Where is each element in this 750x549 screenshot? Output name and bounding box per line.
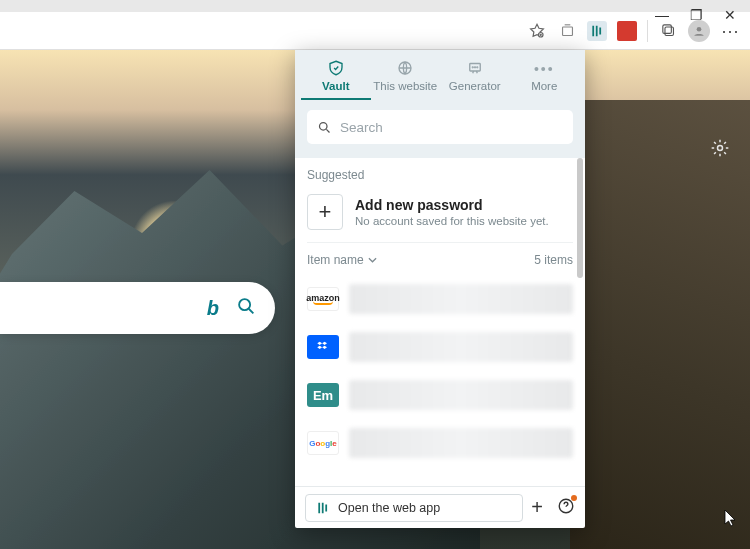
- collections-icon[interactable]: [557, 21, 577, 41]
- svg-point-15: [320, 122, 328, 130]
- rock-texture: [570, 100, 750, 549]
- window-titlebar: — ❐ ✕: [0, 0, 750, 12]
- dashlane-extension-icon[interactable]: [587, 21, 607, 41]
- password-manager-popup: Vault This website Generator ••• More Su…: [295, 50, 585, 528]
- tab-vault-label: Vault: [322, 80, 349, 92]
- window-close[interactable]: ✕: [724, 9, 736, 21]
- page-settings-gear-icon[interactable]: [710, 138, 730, 162]
- svg-point-8: [239, 299, 250, 310]
- footer-add-button[interactable]: +: [531, 496, 543, 519]
- svg-rect-1: [562, 27, 572, 35]
- search-icon[interactable]: [235, 295, 257, 321]
- mouse-cursor: [724, 509, 738, 531]
- search-icon: [317, 120, 332, 135]
- redacted-credential: [349, 380, 573, 410]
- browser-toolbar: ⋯: [0, 12, 750, 50]
- svg-rect-4: [599, 27, 601, 34]
- scrollbar[interactable]: [577, 158, 583, 278]
- list-item[interactable]: Google: [307, 419, 573, 467]
- notification-dot-icon: [571, 495, 577, 501]
- popup-search-box[interactable]: [307, 110, 573, 144]
- em-icon: Em: [307, 383, 339, 407]
- plus-icon: +: [307, 194, 343, 230]
- svg-point-13: [474, 67, 475, 68]
- open-web-app-label: Open the web app: [338, 501, 440, 515]
- redacted-credential: [349, 428, 573, 458]
- tab-more-label: More: [531, 80, 557, 92]
- add-new-password-row[interactable]: + Add new password No account saved for …: [307, 190, 573, 243]
- svg-point-14: [477, 67, 478, 68]
- list-item[interactable]: [307, 323, 573, 371]
- bing-logo-icon: b: [207, 297, 219, 320]
- add-new-title: Add new password: [355, 197, 549, 213]
- window-minimize[interactable]: —: [656, 9, 668, 21]
- search-input[interactable]: [340, 120, 563, 135]
- dashlane-small-icon: [316, 501, 330, 515]
- amazon-icon: amazon: [307, 287, 339, 311]
- open-web-app-button[interactable]: Open the web app: [305, 494, 523, 522]
- redacted-credential: [349, 332, 573, 362]
- tab-more[interactable]: ••• More: [510, 56, 580, 100]
- svg-point-12: [472, 67, 473, 68]
- popup-body: Suggested + Add new password No account …: [295, 158, 585, 486]
- google-icon: Google: [307, 431, 339, 455]
- svg-rect-17: [322, 502, 324, 513]
- svg-rect-18: [325, 504, 327, 511]
- svg-rect-2: [592, 25, 594, 36]
- window-maximize[interactable]: ❐: [690, 9, 702, 21]
- more-dots-icon: •••: [534, 61, 555, 77]
- dropbox-icon: [307, 335, 339, 359]
- list-item[interactable]: amazon: [307, 275, 573, 323]
- sort-label: Item name: [307, 253, 364, 267]
- red-extension-icon[interactable]: [617, 21, 637, 41]
- help-button[interactable]: [557, 497, 575, 519]
- chevron-down-icon: [368, 257, 377, 263]
- popup-tab-bar: Vault This website Generator ••• More: [295, 50, 585, 100]
- popup-footer: Open the web app +: [295, 486, 585, 528]
- svg-rect-16: [318, 502, 320, 513]
- redacted-credential: [349, 284, 573, 314]
- favorites-star-icon[interactable]: [527, 21, 547, 41]
- add-new-subtitle: No account saved for this website yet.: [355, 215, 549, 227]
- tab-this-website-label: This website: [373, 80, 437, 92]
- list-item[interactable]: Em: [307, 371, 573, 419]
- suggested-header: Suggested: [307, 158, 573, 190]
- tab-generator-label: Generator: [449, 80, 501, 92]
- toolbar-separator: [647, 20, 648, 42]
- item-count: 5 items: [534, 253, 573, 267]
- sort-dropdown[interactable]: Item name: [307, 253, 377, 267]
- items-list: amazon Em Google: [307, 275, 573, 467]
- svg-rect-3: [596, 25, 598, 36]
- tab-this-website[interactable]: This website: [371, 54, 441, 100]
- sort-row: Item name 5 items: [307, 243, 573, 275]
- popup-search-wrap: [295, 100, 585, 158]
- bing-search-bar[interactable]: b: [0, 282, 275, 334]
- tab-generator[interactable]: Generator: [440, 54, 510, 100]
- svg-point-9: [718, 146, 723, 151]
- tab-vault[interactable]: Vault: [301, 54, 371, 100]
